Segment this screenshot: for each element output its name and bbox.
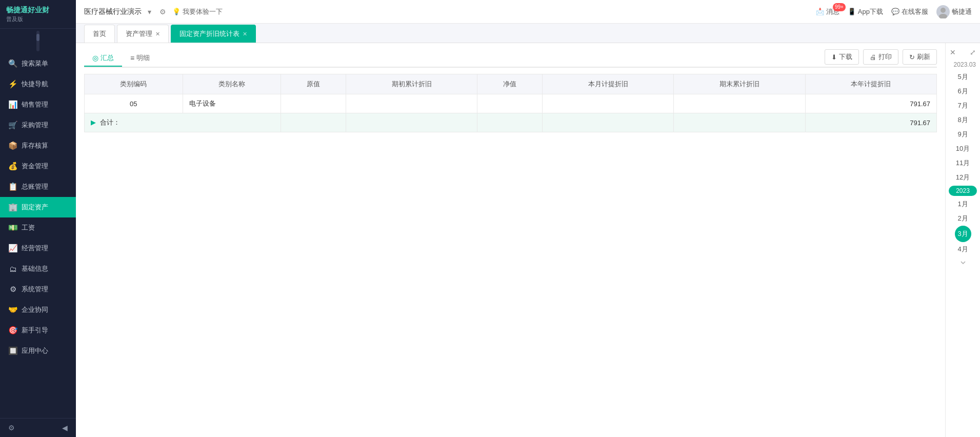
download-icon: ⬇ (831, 53, 837, 61)
sidebar-item-salary[interactable]: 💵 工资 (0, 217, 76, 238)
tab-asset-mgmt[interactable]: 资产管理 ✕ (117, 25, 169, 43)
sidebar-item-finance[interactable]: 💰 资金管理 (0, 156, 76, 176)
tabbar: 首页 资产管理 ✕ 固定资产折旧统计表 ✕ (76, 24, 980, 43)
table-header-row: 类别编码 类别名称 原值 期初累计折旧 净值 本月计提折旧 期末累计折旧 本年计… (85, 74, 937, 94)
month-10[interactable]: 10月 (946, 142, 980, 156)
col-original-value: 原值 (281, 74, 346, 94)
col-monthly-depreciation: 本月计提折旧 (543, 74, 674, 94)
sidebar-item-inventory[interactable]: 📦 库存核算 (0, 135, 76, 156)
month-12[interactable]: 12月 (946, 170, 980, 185)
user-menu[interactable]: 畅捷通 (936, 5, 972, 18)
right-panel: ✕ ⤢ 2023.03 5月 6月 7月 8月 9月 10月 11月 12月 2… (945, 43, 980, 437)
ledger-icon: 📋 (8, 182, 17, 191)
money-icon: 💰 (8, 162, 17, 171)
content: ◎ 汇总 ≡ 明细 ⬇ 下载 🖨 打印 (76, 43, 980, 437)
topbar-left: 医疗器械行业演示 ▾ ⚙ 💡 我要体验一下 (84, 6, 223, 18)
month-5[interactable]: 5月 (946, 70, 980, 84)
messages-btn[interactable]: 📩 消息 99+ (816, 7, 839, 16)
collapse-icon[interactable]: ◀ (62, 424, 68, 432)
cell-year-depreciation: 791.67 (805, 94, 936, 113)
depreciation-table: 类别编码 类别名称 原值 期初累计折旧 净值 本月计提折旧 期末累计折旧 本年计… (84, 74, 937, 132)
view-tab-detail[interactable]: ≡ 明细 (122, 50, 158, 67)
view-toggle: ◎ 汇总 ≡ 明细 ⬇ 下载 🖨 打印 (84, 49, 937, 68)
sidebar-item-sales[interactable]: 📊 销售管理 (0, 94, 76, 115)
col-year-depreciation: 本年计提折旧 (805, 74, 936, 94)
box-icon: 📦 (8, 141, 17, 150)
enterprise-icon: 🤝 (8, 305, 17, 314)
sidebar-logo: 畅捷通好业财 (6, 5, 49, 14)
current-period-label: 2023.03 (946, 59, 980, 70)
main-area: 医疗器械行业演示 ▾ ⚙ 💡 我要体验一下 📩 消息 99+ 📱 App下载 💬… (76, 0, 980, 437)
summary-monthly-depreciation (543, 113, 674, 132)
app-download-btn[interactable]: 📱 App下载 (848, 7, 883, 16)
company-dropdown-icon[interactable]: ▾ (146, 6, 153, 18)
sidebar-item-basicinfo[interactable]: 🗂 基础信息 (0, 259, 76, 279)
sidebar-item-appcenter[interactable]: 🔲 应用中心 (0, 341, 76, 361)
refresh-btn[interactable]: ↻ 刷新 (903, 49, 937, 65)
sidebar-item-fixedasset[interactable]: 🏢 固定资产 (0, 197, 76, 217)
service-icon: 💬 (891, 8, 899, 15)
company-name: 医疗器械行业演示 (84, 7, 142, 16)
sidebar-item-enterprise[interactable]: 🤝 企业协同 (0, 300, 76, 320)
month-9[interactable]: 9月 (946, 127, 980, 142)
topbar: 医疗器械行业演示 ▾ ⚙ 💡 我要体验一下 📩 消息 99+ 📱 App下载 💬… (76, 0, 980, 24)
download-icon: 📱 (848, 8, 856, 15)
svg-point-0 (941, 8, 946, 13)
summary-icon: ◎ (92, 54, 98, 62)
salary-icon: 💵 (8, 223, 17, 232)
year-2023[interactable]: 2023 (949, 186, 977, 196)
tab-fixed-depreciation[interactable]: 固定资产折旧统计表 ✕ (171, 25, 256, 43)
print-btn[interactable]: 🖨 打印 (863, 49, 898, 65)
month-8[interactable]: 8月 (946, 113, 980, 127)
sidebar-item-ledger[interactable]: 📋 总账管理 (0, 176, 76, 197)
download-btn[interactable]: ⬇ 下载 (825, 49, 859, 65)
app-icon: 🔲 (8, 346, 17, 355)
sidebar-item-guide[interactable]: 🎯 新手引导 (0, 320, 76, 341)
print-icon: 🖨 (870, 53, 876, 61)
view-tab-summary[interactable]: ◎ 汇总 (84, 50, 122, 67)
month-2[interactable]: 2月 (946, 211, 980, 226)
search-icon: 🔍 (8, 59, 17, 68)
month-4[interactable]: 4月 (946, 242, 980, 256)
cell-period-end-depreciation (674, 94, 805, 113)
col-initial-depreciation: 期初累计折旧 (346, 74, 477, 94)
nav-down-icon[interactable] (946, 256, 980, 270)
cart-icon: 🛒 (8, 121, 17, 130)
month-11[interactable]: 11月 (946, 156, 980, 170)
content-main: ◎ 汇总 ≡ 明细 ⬇ 下载 🖨 打印 (76, 43, 945, 437)
sidebar-version: 普及版 (6, 15, 23, 23)
sidebar-item-management[interactable]: 📈 经营管理 (0, 238, 76, 259)
experience-btn[interactable]: 💡 我要体验一下 (172, 7, 223, 16)
summary-year-depreciation: 791.67 (805, 113, 936, 132)
summary-label: ▶ 合计： (85, 113, 281, 132)
sidebar-header: 畅捷通好业财 普及版 (0, 0, 76, 29)
col-code: 类别编码 (85, 74, 183, 94)
guide-icon: 🎯 (8, 326, 17, 335)
sidebar-item-system[interactable]: ⚙ 系统管理 (0, 279, 76, 300)
cell-original-value (281, 94, 346, 113)
summary-initial-depreciation (346, 113, 477, 132)
sidebar-item-search[interactable]: 🔍 搜索菜单 (0, 53, 76, 74)
panel-expand-btn[interactable]: ⤢ (969, 47, 977, 57)
month-7[interactable]: 7月 (946, 98, 980, 113)
cell-monthly-depreciation (543, 94, 674, 113)
message-icon: 📩 (816, 8, 824, 15)
sidebar-item-purchase[interactable]: 🛒 采购管理 (0, 115, 76, 135)
cell-name: 电子设备 (183, 94, 281, 113)
tab-close-fixed-depreciation[interactable]: ✕ (243, 31, 247, 37)
col-name: 类别名称 (183, 74, 281, 94)
month-3-active[interactable]: 3月 (955, 226, 971, 242)
company-settings-icon[interactable]: ⚙ (157, 6, 168, 18)
tab-close-asset-mgmt[interactable]: ✕ (155, 31, 160, 37)
month-6[interactable]: 6月 (946, 84, 980, 98)
customer-service-btn[interactable]: 💬 在线客服 (891, 7, 928, 16)
settings-footer-icon[interactable]: ⚙ (8, 424, 15, 432)
col-period-end-depreciation: 期末累计折旧 (674, 74, 805, 94)
sidebar-item-quicknav[interactable]: ⚡ 快捷导航 (0, 74, 76, 94)
management-icon: 📈 (8, 244, 17, 253)
tab-home[interactable]: 首页 (84, 25, 115, 43)
panel-close-btn[interactable]: ✕ (949, 47, 957, 57)
expand-icon[interactable]: ▶ (91, 118, 96, 126)
month-1[interactable]: 1月 (946, 197, 980, 211)
building-icon: 🏢 (8, 203, 17, 212)
